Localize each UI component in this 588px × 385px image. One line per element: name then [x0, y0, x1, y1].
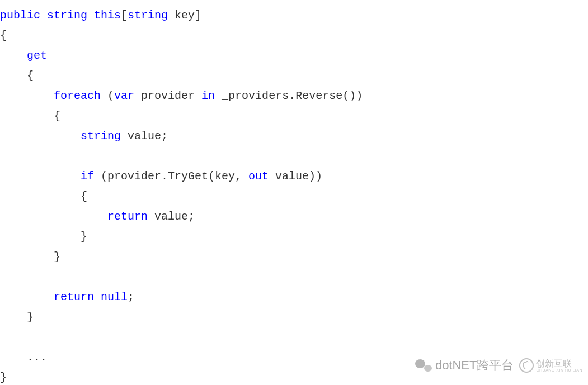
code-token — [0, 170, 81, 183]
code-token: null — [101, 291, 128, 303]
code-token: provider — [134, 89, 201, 102]
code-token: _providers.Reverse()) — [215, 89, 363, 102]
code-token: ( — [101, 89, 114, 102]
code-token: ; — [128, 291, 134, 303]
code-token: if — [81, 170, 94, 183]
wechat-watermark-text: dotNET跨平台 — [435, 357, 514, 374]
watermark-area: dotNET跨平台 创新互联 CHUANG XIN HU LIAN — [415, 357, 582, 374]
code-token: value; — [148, 210, 195, 223]
code-token: return — [107, 210, 148, 223]
wechat-watermark: dotNET跨平台 — [415, 357, 514, 374]
code-token — [0, 49, 27, 62]
code-token: { — [0, 29, 7, 42]
code-token: out — [248, 170, 269, 183]
code-token: ... — [0, 351, 47, 364]
code-token: this — [94, 9, 121, 22]
code-token: foreach — [54, 89, 101, 102]
code-token: { — [0, 69, 34, 82]
code-token: } — [0, 250, 60, 263]
code-token: (provider.TryGet(key, — [94, 170, 248, 183]
code-token — [0, 89, 54, 102]
code-token: var — [114, 89, 134, 102]
code-token: return — [54, 291, 94, 303]
code-token: get — [27, 49, 47, 62]
code-token: } — [0, 311, 34, 324]
code-token: [ — [121, 9, 128, 22]
code-token: key] — [168, 9, 201, 22]
code-token — [94, 291, 101, 303]
brand-subtitle: CHUANG XIN HU LIAN — [536, 368, 582, 372]
code-token: in — [201, 89, 215, 102]
code-snippet: public string this[string key] { get { f… — [0, 0, 588, 385]
code-token: } — [0, 371, 7, 384]
brand-logo-icon — [519, 358, 534, 373]
code-token: { — [0, 190, 87, 203]
brand-watermark: 创新互联 CHUANG XIN HU LIAN — [519, 358, 582, 373]
brand-watermark-text: 创新互联 CHUANG XIN HU LIAN — [536, 359, 582, 372]
code-token: { — [0, 110, 60, 122]
code-token: string — [47, 9, 87, 22]
code-token: value)) — [269, 170, 322, 183]
code-token — [87, 9, 94, 22]
brand-name: 创新互联 — [536, 359, 572, 368]
code-token: string — [81, 130, 121, 142]
code-token: public — [0, 9, 40, 22]
code-token — [0, 210, 107, 223]
code-token — [0, 291, 54, 303]
code-token — [40, 9, 47, 22]
code-token: value; — [121, 130, 168, 142]
code-token: string — [128, 9, 168, 22]
code-token: } — [0, 230, 87, 243]
wechat-icon — [415, 358, 432, 373]
code-token — [0, 130, 81, 142]
